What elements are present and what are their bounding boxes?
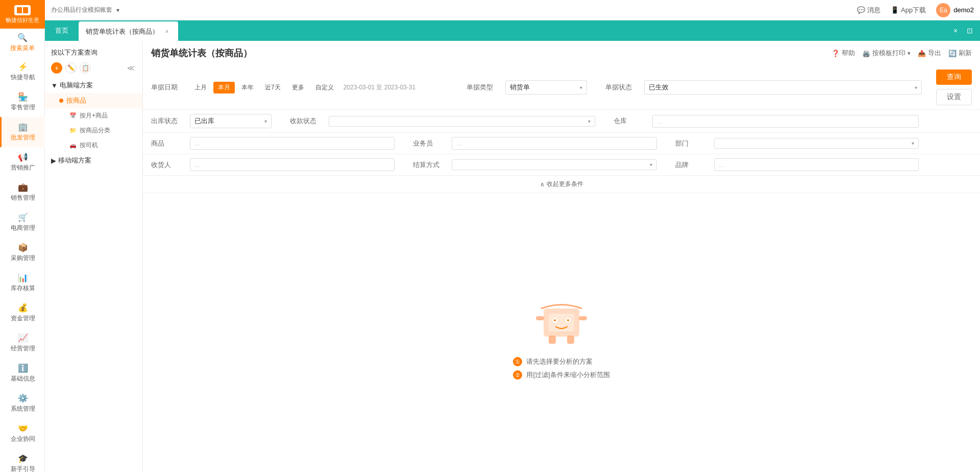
shortcut-label: 快捷导航: [11, 73, 35, 82]
print-btn[interactable]: 🖨️ 按模板打印: [862, 49, 911, 58]
help-label: 帮助: [842, 49, 855, 58]
doc-status-value: 已生效: [649, 83, 913, 92]
page-title: 销货单统计表（按商品）: [151, 47, 252, 59]
date-btn-last7[interactable]: 近7天: [260, 82, 285, 93]
sub-item-product-category[interactable]: 📁 按商品分类: [45, 123, 142, 138]
sub-item-month-product[interactable]: 📅 按月+商品: [45, 108, 142, 123]
dept-select[interactable]: ▾: [714, 138, 919, 149]
collapse-label: 收起更多条件: [547, 180, 583, 188]
sidebar-item-basic[interactable]: ℹ️ 基础信息: [0, 358, 45, 388]
app-logo: 畅捷信好生意: [0, 0, 45, 29]
svg-point-7: [567, 319, 569, 321]
sub-item-driver[interactable]: 🚗 按司机: [45, 138, 142, 153]
payment-status-label: 收款状态: [290, 116, 321, 126]
brand-input[interactable]: ...: [714, 158, 919, 171]
date-btn-this-month[interactable]: 本月: [213, 82, 235, 93]
content-area: 按以下方案查询 + ✏️ 📋 ≪ ▼ 电脑端方案 按商品 📅 按: [45, 41, 980, 472]
help-icon: ❓: [831, 50, 840, 57]
newbie-label: 新手引导: [11, 465, 35, 472]
export-btn[interactable]: 📤 导出: [918, 49, 941, 58]
sales-label: 销售管理: [11, 194, 35, 202]
page-header: 销货单统计表（按商品） ❓ 帮助 🖨️ 按模板打印 📤: [143, 41, 980, 59]
calendar-icon: 📅: [69, 112, 77, 119]
tab-sales-stats[interactable]: 销货单统计表（按商品） ×: [79, 21, 178, 42]
topbar-dropdown-icon[interactable]: ▾: [116, 7, 119, 14]
user-name: demo2: [953, 6, 974, 14]
sidebar-item-ecommerce[interactable]: 🛒 电商管理: [0, 207, 45, 238]
tab-close-btn[interactable]: ×: [163, 28, 171, 36]
product-input[interactable]: ...: [190, 137, 395, 150]
tab-home[interactable]: 首页: [45, 20, 79, 41]
filter-row-3: 商品 ... 业务员 ... 部门 ▾: [143, 133, 980, 154]
purchase-label: 采购管理: [11, 254, 35, 263]
sidebar-item-finance[interactable]: 💰 资金管理: [0, 298, 45, 328]
newbie-icon: 🎓: [18, 454, 28, 463]
tree-group-mobile-label: 移动端方案: [58, 156, 91, 165]
date-btn-last-month[interactable]: 上月: [190, 82, 211, 93]
date-btn-more[interactable]: 更多: [287, 82, 309, 93]
dept-label: 部门: [675, 139, 706, 148]
left-panel: 按以下方案查询 + ✏️ 📋 ≪ ▼ 电脑端方案 按商品 📅 按: [45, 41, 143, 472]
payment-method-select[interactable]: ▾: [452, 159, 656, 170]
finance-label: 资金管理: [11, 314, 35, 323]
user-info[interactable]: Ea demo2: [936, 3, 974, 17]
sidebar-item-operation[interactable]: 📈 经营管理: [0, 328, 45, 358]
warehouse-dots: ...: [657, 117, 663, 125]
salesperson-input[interactable]: ...: [452, 137, 656, 150]
storage-status-select[interactable]: 已出库 ▾: [190, 114, 272, 128]
date-btn-custom[interactable]: 自定义: [311, 82, 338, 93]
sidebar-item-purchase[interactable]: 📦 采购管理: [0, 238, 45, 268]
doc-status-select[interactable]: 已生效 ▾: [644, 80, 922, 95]
search-menu[interactable]: 🔍 搜索菜单: [0, 29, 45, 57]
tree-group-desktop[interactable]: ▼ 电脑端方案: [45, 78, 142, 93]
folder-icon: 📁: [69, 127, 77, 134]
payment-status-arrow: ▾: [588, 119, 591, 124]
sidebar-item-enterprise[interactable]: 🤝 企业协同: [0, 418, 45, 449]
app-download-btn[interactable]: 📱 App下载: [891, 6, 926, 15]
sidebar: 畅捷信好生意 🔍 搜索菜单 ⚡ 快捷导航 🏪 零售管理 🏢 批发管理 📢 营销推…: [0, 0, 45, 472]
finance-icon: 💰: [18, 303, 28, 313]
tree-item-by-product-label: 按商品: [66, 96, 86, 105]
tree-item-by-product[interactable]: 按商品: [45, 93, 142, 108]
help-btn[interactable]: ❓ 帮助: [831, 49, 855, 58]
page-title-row: 销货单统计表（按商品） ❓ 帮助 🖨️ 按模板打印 📤: [151, 47, 972, 59]
doc-status-label: 单据状态: [605, 83, 636, 92]
collapse-btn[interactable]: ∧ 收起更多条件: [540, 180, 583, 188]
query-btn[interactable]: 查询: [936, 69, 972, 85]
sidebar-item-sales[interactable]: 💼 销售管理: [0, 177, 45, 207]
print-icon: 🖨️: [862, 50, 870, 57]
sidebar-item-newbie[interactable]: 🎓 新手引导: [0, 449, 45, 472]
add-plan-btn[interactable]: +: [51, 62, 62, 74]
search-menu-label: 搜索菜单: [10, 44, 35, 53]
settings-btn[interactable]: 设置: [936, 89, 972, 105]
payment-status-select[interactable]: ▾: [329, 116, 595, 127]
sub-item-product-category-label: 按商品分类: [80, 126, 110, 135]
message-btn[interactable]: 💬 消息: [857, 6, 880, 15]
sidebar-item-system[interactable]: ⚙️ 系统管理: [0, 388, 45, 418]
marketing-icon: 📢: [18, 152, 28, 162]
sub-item-driver-label: 按司机: [80, 141, 98, 150]
maximize-btn[interactable]: ⊡: [964, 25, 976, 37]
sidebar-item-marketing[interactable]: 📢 营销推广: [0, 147, 45, 177]
system-label: 系统管理: [11, 405, 35, 413]
sidebar-item-wholesale[interactable]: 🏢 批发管理: [0, 117, 45, 147]
collapse-panel-btn[interactable]: ≪: [125, 62, 136, 74]
edit-plan-btn[interactable]: ✏️: [65, 62, 77, 74]
purchase-icon: 📦: [18, 243, 28, 252]
tree-group-mobile[interactable]: ▶ 移动端方案: [45, 153, 142, 168]
ecommerce-icon: 🛒: [18, 213, 28, 222]
copy-plan-btn[interactable]: 📋: [80, 62, 91, 74]
minimize-btn[interactable]: ×: [949, 25, 962, 37]
receiver-input[interactable]: ...: [190, 158, 395, 171]
sidebar-item-shortcut[interactable]: ⚡ 快捷导航: [0, 57, 45, 87]
basic-label: 基础信息: [11, 374, 35, 383]
doc-type-select[interactable]: 销货单 ▾: [505, 80, 587, 95]
warehouse-input[interactable]: ...: [652, 115, 919, 128]
wholesale-icon: 🏢: [18, 122, 28, 132]
refresh-btn[interactable]: 🔄 刷新: [948, 49, 972, 58]
sidebar-item-retail[interactable]: 🏪 零售管理: [0, 87, 45, 117]
date-btn-this-year[interactable]: 本年: [237, 82, 258, 93]
warehouse-label: 仓库: [614, 116, 644, 126]
sidebar-item-inventory[interactable]: 📊 库存核算: [0, 268, 45, 298]
tree-section: ▼ 电脑端方案 按商品 📅 按月+商品 📁 按商品分类 🚗 按司机: [45, 78, 142, 170]
